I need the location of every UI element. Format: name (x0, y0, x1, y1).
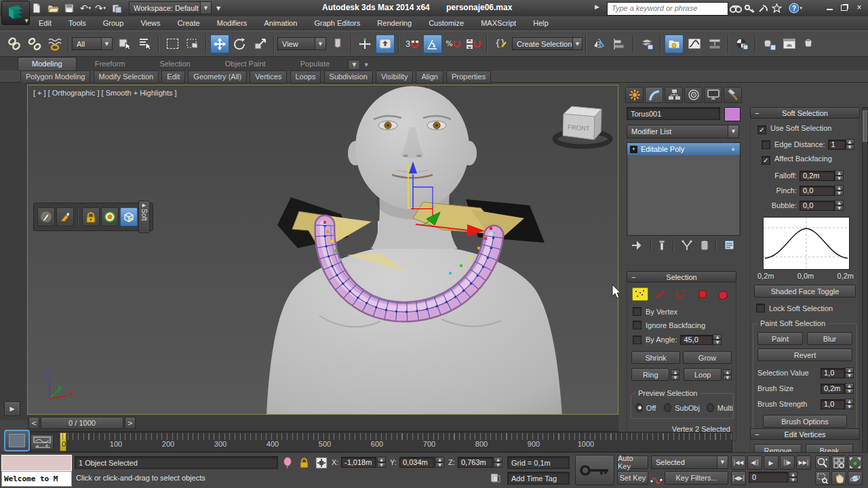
shaded-face-toggle-button[interactable]: Shaded Face Toggle (754, 285, 856, 298)
menu-graph-editors[interactable]: Graph Editors (307, 16, 368, 30)
mirror-icon[interactable] (590, 35, 609, 54)
curve-editor-icon[interactable] (685, 35, 704, 54)
brush-strength-spinner[interactable]: ▲▼ (845, 399, 854, 409)
x-coordinate-spinner[interactable]: ▲▼ (377, 457, 386, 468)
ribbon-panel-geometry-all[interactable]: Geometry (All) (188, 70, 247, 83)
y-coordinate-spinner[interactable]: ▲▼ (435, 457, 444, 468)
render-production-icon[interactable] (800, 35, 819, 54)
selection-rollout-header[interactable]: − Selection (627, 271, 736, 283)
brush-strength-field[interactable]: 1,0 (821, 399, 845, 409)
time-slider-handle[interactable]: 0 / 1000 (41, 417, 123, 429)
ribbon-panel-subdivision[interactable]: Subdivision (324, 70, 373, 83)
ribbon-tab-populate[interactable]: Populate (284, 58, 346, 70)
grow-button[interactable]: Grow (683, 351, 732, 364)
loop-button[interactable]: Loop (684, 368, 722, 381)
z-coordinate-spinner[interactable]: ▲▼ (494, 457, 502, 468)
use-soft-selection-row[interactable]: Use Soft Selection (757, 124, 859, 134)
qat-flyout-icon[interactable]: ▼ (212, 1, 225, 15)
pin-stack-icon[interactable] (630, 239, 644, 251)
by-vertex-checkbox[interactable] (633, 307, 642, 316)
revert-button[interactable]: Revert (757, 348, 852, 361)
loop-spinner[interactable]: ▲▼ (723, 369, 732, 380)
select-by-name-icon[interactable] (136, 35, 155, 54)
menu-animation[interactable]: Animation (256, 16, 304, 30)
ribbon-panel-edit[interactable]: Edit (161, 70, 185, 83)
soft-selection-rollout-header[interactable]: − Soft Selection (750, 107, 860, 119)
select-object-icon[interactable] (115, 35, 134, 54)
go-to-start-button[interactable]: |◀◀ (731, 455, 746, 470)
search-binoculars-icon[interactable] (729, 1, 743, 15)
make-unique-icon[interactable] (681, 239, 693, 251)
notification-balloon-icon[interactable] (283, 457, 292, 469)
select-and-scale-icon[interactable] (251, 35, 270, 54)
select-and-manipulate-icon[interactable] (355, 35, 374, 54)
render-setup-icon[interactable] (760, 35, 778, 54)
zoom-button[interactable] (815, 455, 830, 470)
falloff-row[interactable]: Falloff: 0,2m ▲▼ (751, 170, 859, 181)
edge-distance-row[interactable]: Edge Distance: 1 ▲▼ (762, 139, 859, 150)
selection-value-spinner[interactable]: ▲▼ (845, 367, 854, 378)
ribbon-panel-visibility[interactable]: Visibility (376, 70, 414, 83)
previous-key-button[interactable]: ◀|| (747, 455, 762, 470)
by-angle-row[interactable]: By Angle: 45,0 ▲▼ (633, 334, 736, 345)
snaps-toggle-icon[interactable]: 3 (403, 35, 422, 54)
graphite-ribbon-toggle-icon[interactable] (665, 35, 684, 54)
panel-tab-motion[interactable] (684, 87, 703, 103)
menu-tools[interactable]: Tools (61, 16, 94, 30)
sign-in-key-icon[interactable] (743, 1, 756, 15)
percent-snap-toggle-icon[interactable]: % (443, 35, 462, 54)
preview-multi-radio[interactable] (707, 403, 714, 412)
panel-tab-display[interactable] (704, 87, 722, 103)
brush-strength-row[interactable]: Brush Strength 1,0 ▲▼ (757, 399, 854, 409)
scrollbar-thumb[interactable] (863, 110, 867, 142)
lock-soft-selection-row[interactable]: Lock Soft Selection (756, 304, 859, 312)
favorites-star-icon[interactable] (770, 1, 783, 15)
ribbon-tab-object-paint[interactable]: Object Paint (209, 58, 282, 70)
bubble-row[interactable]: Bubble: 0,0 ▲▼ (751, 200, 859, 211)
blur-button[interactable]: Blur (807, 332, 852, 345)
object-color-swatch[interactable] (724, 107, 741, 121)
preview-off-radio[interactable] (635, 403, 643, 412)
manage-layers-icon[interactable] (637, 35, 656, 54)
communication-center-icon[interactable] (756, 1, 770, 15)
soft-selection-falloff-icon[interactable] (101, 207, 119, 226)
by-angle-field[interactable]: 45,0 (680, 335, 713, 345)
ribbon-minimize-caret-icon[interactable]: ▼ (364, 62, 368, 68)
menu-group[interactable]: Group (96, 16, 132, 30)
panel-tab-create[interactable] (625, 87, 644, 103)
use-pivot-point-icon[interactable] (328, 35, 347, 54)
pinch-spinner[interactable]: ▲▼ (835, 185, 844, 196)
maxscript-listener-output[interactable]: Welcome to M (1, 471, 72, 487)
border-subobject-button[interactable] (673, 287, 690, 301)
previous-frame-arrow[interactable]: < (28, 417, 39, 429)
modifier-list-dropdown[interactable]: Modifier List ▼ (627, 125, 739, 138)
absolute-transform-toggle-icon[interactable] (315, 457, 328, 469)
next-key-button[interactable]: ||▶ (780, 455, 795, 470)
zoom-extents-button[interactable] (848, 455, 863, 470)
ignore-backfacing-checkbox[interactable] (633, 321, 642, 329)
x-coordinate-field[interactable]: -1,018m (341, 457, 376, 468)
ribbon-panel-properties[interactable]: Properties (446, 70, 491, 83)
blur-brush-icon[interactable] (56, 207, 74, 226)
spinner-snap-toggle-icon[interactable] (464, 35, 483, 54)
viewport-tabs-arrow-button[interactable]: ▶ (4, 401, 20, 416)
add-time-tag-field[interactable]: Add Time Tag (507, 472, 570, 485)
brush-size-row[interactable]: Brush Size 0,2m ▲▼ (757, 383, 854, 394)
named-selection-set-dropdown[interactable]: Create Selection Set ▼ (512, 37, 583, 50)
key-filters-button[interactable]: Key Filters... (665, 471, 728, 485)
edit-vertices-rollout-header[interactable]: − Edit Vertices (750, 428, 860, 440)
redo-icon[interactable]: ↷▾ (94, 1, 107, 15)
ribbon-panel-modify-selection[interactable]: Modify Selection (94, 70, 159, 83)
shrink-button[interactable]: Shrink (631, 351, 680, 364)
bind-to-space-warp-icon[interactable] (45, 35, 64, 54)
next-frame-arrow[interactable]: > (125, 417, 136, 429)
time-tag-icon[interactable] (490, 472, 500, 483)
by-angle-checkbox[interactable] (633, 336, 642, 344)
menu-views[interactable]: Views (133, 16, 167, 30)
menu-help[interactable]: Help (526, 16, 556, 30)
show-end-result-icon[interactable] (658, 239, 666, 251)
menu-create[interactable]: Create (170, 16, 208, 30)
edge-distance-field[interactable]: 1 (828, 140, 846, 150)
project-folder-icon[interactable] (110, 1, 123, 15)
default-in-out-tangent-icon[interactable] (650, 472, 663, 484)
